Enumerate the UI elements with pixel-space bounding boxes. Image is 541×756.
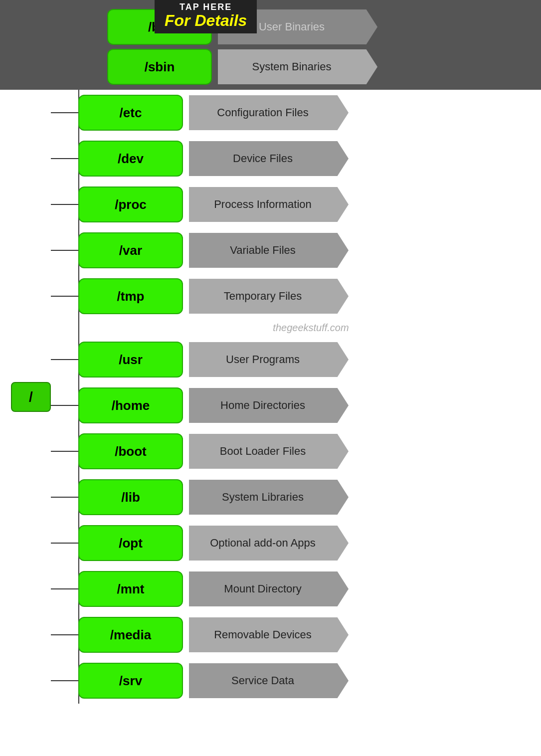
row-boot: /boot Boot Loader Files	[51, 428, 541, 474]
desc-media: Removable Devices	[189, 617, 349, 652]
dir-media[interactable]: /media	[78, 617, 183, 653]
dir-tmp[interactable]: /tmp	[78, 278, 183, 314]
row-dev: /dev Device Files	[51, 136, 541, 182]
desc-usr: User Programs	[189, 342, 349, 377]
row-opt: /opt Optional add-on Apps	[51, 520, 541, 566]
desc-proc: Process Information	[189, 187, 349, 222]
watermark: thegeekstuff.com	[51, 319, 541, 337]
dir-dev[interactable]: /dev	[78, 141, 183, 177]
row-var: /var Variable Files	[51, 227, 541, 273]
dir-opt[interactable]: /opt	[78, 525, 183, 561]
dir-home[interactable]: /home	[78, 387, 183, 423]
dir-etc[interactable]: /etc	[78, 95, 183, 131]
dir-boot[interactable]: /boot	[78, 433, 183, 469]
row-srv: /srv Service Data	[51, 658, 541, 704]
row-usr: /usr User Programs	[51, 337, 541, 382]
dir-srv[interactable]: /srv	[78, 663, 183, 699]
row-etc: /etc Configuration Files	[51, 90, 541, 136]
row-tmp: /tmp Temporary Files	[51, 273, 541, 319]
dir-sbin[interactable]: /sbin	[107, 49, 212, 85]
desc-lib: System Libraries	[189, 480, 349, 515]
dir-mnt[interactable]: /mnt	[78, 571, 183, 607]
root-node[interactable]: /	[11, 382, 51, 412]
desc-etc: Configuration Files	[189, 95, 349, 130]
for-details-text: For Details	[165, 12, 247, 28]
dir-var[interactable]: /var	[78, 232, 183, 268]
row-home: /home Home Directories	[51, 382, 541, 428]
desc-mnt: Mount Directory	[189, 571, 349, 606]
row-proc: /proc Process Information	[51, 182, 541, 227]
desc-boot: Boot Loader Files	[189, 434, 349, 469]
desc-srv: Service Data	[189, 663, 349, 698]
row-lib: /lib System Libraries	[51, 474, 541, 520]
dir-proc[interactable]: /proc	[78, 187, 183, 222]
row-media: /media Removable Devices	[51, 612, 541, 658]
h-connector-etc	[51, 112, 78, 113]
dir-lib[interactable]: /lib	[78, 479, 183, 515]
desc-tmp: Temporary Files	[189, 279, 349, 314]
desc-var: Variable Files	[189, 233, 349, 268]
tap-here-text: TAP HERE	[165, 2, 247, 12]
desc-dev: Device Files	[189, 141, 349, 176]
desc-opt: Optional add-on Apps	[189, 526, 349, 561]
dir-usr[interactable]: /usr	[78, 342, 183, 378]
row-mnt: /mnt Mount Directory	[51, 566, 541, 612]
desc-sbin: System Binaries	[218, 49, 377, 84]
desc-home: Home Directories	[189, 388, 349, 423]
